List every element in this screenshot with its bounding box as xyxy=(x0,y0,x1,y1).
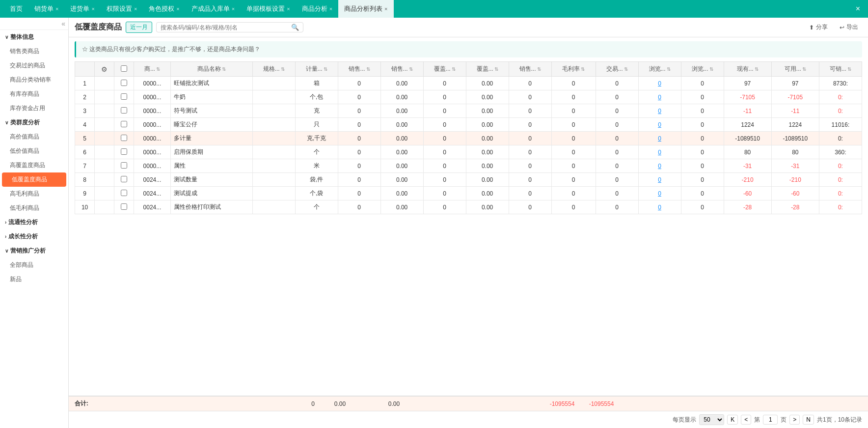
nav-close-role[interactable]: × xyxy=(176,6,179,12)
sidebar-item-low-margin[interactable]: 低毛利商品 xyxy=(0,201,68,215)
th-spec[interactable]: 规格...⇅ xyxy=(252,62,295,77)
share-button[interactable]: ⬆ 分享 xyxy=(805,22,832,32)
nav-close-sales[interactable]: × xyxy=(55,6,58,12)
th-cov2[interactable]: 覆盖...⇅ xyxy=(466,62,509,77)
sidebar-section-growth[interactable]: › 成长性分析 xyxy=(0,229,68,244)
browse1-link[interactable]: 0 xyxy=(658,204,661,211)
page-input[interactable] xyxy=(763,415,778,425)
cell-browse1[interactable]: 0 xyxy=(638,173,681,187)
th-sales-qty[interactable]: 销售...⇅ xyxy=(338,62,380,77)
th-trade[interactable]: 交易...⇅ xyxy=(596,62,638,77)
nav-close-analysis-list[interactable]: × xyxy=(384,6,387,12)
last-page-button[interactable]: N xyxy=(803,415,814,425)
sidebar-item-high-coverage[interactable]: 高覆盖度商品 xyxy=(0,158,68,172)
select-all-checkbox[interactable] xyxy=(121,65,127,72)
nav-item-analysis[interactable]: 商品分析 × xyxy=(296,0,338,18)
browse1-link[interactable]: 0 xyxy=(658,163,661,170)
browse1-link[interactable]: 0 xyxy=(658,80,661,87)
cell-browse1[interactable]: 0 xyxy=(638,104,681,118)
th-available[interactable]: 可用...⇅ xyxy=(771,62,819,77)
cell-browse1[interactable]: 0 xyxy=(638,145,681,159)
sidebar-item-stock-capital[interactable]: 库存资金占用 xyxy=(0,101,68,115)
row-checkbox[interactable] xyxy=(121,93,127,100)
sidebar-item-new-products[interactable]: 新品 xyxy=(0,272,68,286)
sidebar-item-sales-products[interactable]: 销售类商品 xyxy=(0,44,68,58)
first-page-button[interactable]: K xyxy=(727,415,738,425)
nav-item-role[interactable]: 角色授权 × xyxy=(143,0,185,18)
cell-browse1[interactable]: 0 xyxy=(638,132,681,145)
th-gross[interactable]: 毛利率⇅ xyxy=(551,62,596,77)
row-checkbox[interactable] xyxy=(121,176,127,182)
cell-unit: 个,袋 xyxy=(295,187,338,200)
sidebar-item-in-stock[interactable]: 有库存商品 xyxy=(0,87,68,101)
sidebar-item-high-value[interactable]: 高价值商品 xyxy=(0,130,68,144)
cell-browse1[interactable]: 0 xyxy=(638,90,681,104)
sidebar-item-all-products[interactable]: 全部商品 xyxy=(0,258,68,272)
th-settings[interactable]: ⚙ xyxy=(95,62,114,77)
row-checkbox[interactable] xyxy=(121,80,127,86)
cell-gross: 0 xyxy=(551,77,596,90)
page-size-select[interactable]: 50 100 200 xyxy=(699,414,724,425)
th-sales-amt[interactable]: 销售...⇅ xyxy=(380,62,423,77)
browse1-link[interactable]: 0 xyxy=(658,135,661,142)
sidebar-collapse-button[interactable]: « xyxy=(0,18,68,30)
prev-page-button[interactable]: < xyxy=(741,415,751,425)
nav-item-analysis-list[interactable]: 商品分析列表 × xyxy=(338,0,393,18)
time-filter-button[interactable]: 近一月 xyxy=(126,22,152,33)
nav-close-purchase[interactable]: × xyxy=(91,6,94,12)
nav-item-template[interactable]: 单据模板设置 × xyxy=(241,0,296,18)
cell-name: 测试提成 xyxy=(171,187,252,200)
browse1-link[interactable]: 0 xyxy=(658,149,661,156)
nav-close-analysis[interactable]: × xyxy=(329,6,332,12)
close-all-button[interactable]: × xyxy=(852,4,864,13)
row-checkbox[interactable] xyxy=(121,203,127,210)
browse1-link[interactable]: 0 xyxy=(658,121,661,128)
th-code[interactable]: 商...⇅ xyxy=(134,62,171,77)
settings-icon[interactable]: ⚙ xyxy=(101,65,108,73)
cell-browse1[interactable]: 0 xyxy=(638,200,681,214)
export-button[interactable]: ↩ 导出 xyxy=(836,22,862,32)
row-checkbox[interactable] xyxy=(121,107,127,114)
th-cov1[interactable]: 覆盖...⇅ xyxy=(423,62,466,77)
nav-item-home[interactable]: 首页 xyxy=(4,0,28,18)
th-browse2[interactable]: 浏览...⇅ xyxy=(681,62,724,77)
nav-close-template[interactable]: × xyxy=(287,6,290,12)
browse1-link[interactable]: 0 xyxy=(658,108,661,114)
row-checkbox[interactable] xyxy=(121,190,127,196)
nav-item-purchase[interactable]: 进货单 × xyxy=(64,0,100,18)
nav-close-product[interactable]: × xyxy=(232,6,235,12)
nav-item-permission[interactable]: 权限设置 × xyxy=(101,0,143,18)
sidebar-item-low-coverage[interactable]: 低覆盖度商品 xyxy=(2,172,66,187)
sidebar-item-low-value[interactable]: 低价值商品 xyxy=(0,144,68,158)
th-name[interactable]: 商品名称⇅ xyxy=(171,62,252,77)
sidebar-item-category-rate[interactable]: 商品分类动销率 xyxy=(0,73,68,87)
search-icon[interactable]: 🔍 xyxy=(291,24,299,31)
row-checkbox[interactable] xyxy=(121,135,127,141)
browse1-link[interactable]: 0 xyxy=(658,190,661,197)
row-checkbox[interactable] xyxy=(121,121,127,127)
th-browse1[interactable]: 浏览...⇅ xyxy=(638,62,681,77)
sidebar-section-coverage[interactable]: ∨ 类群度分析 xyxy=(0,115,68,130)
nav-close-permission[interactable]: × xyxy=(134,6,137,12)
th-unit[interactable]: 计量...⇅ xyxy=(295,62,338,77)
th-sellable[interactable]: 可销...⇅ xyxy=(819,62,862,77)
next-page-button[interactable]: > xyxy=(789,415,800,425)
cell-browse1[interactable]: 0 xyxy=(638,118,681,132)
th-current[interactable]: 现有...⇅ xyxy=(724,62,771,77)
nav-item-product[interactable]: 产成品入库单 × xyxy=(186,0,241,18)
th-sales3[interactable]: 销售...⇅ xyxy=(509,62,551,77)
sidebar-section-overall[interactable]: ∨ 整体信息 xyxy=(0,30,68,44)
sidebar-section-marketing[interactable]: ∨ 营销推广分析 xyxy=(0,244,68,258)
sidebar-section-flow[interactable]: › 流通性分析 xyxy=(0,215,68,229)
search-input[interactable] xyxy=(161,24,291,31)
sidebar-item-high-margin[interactable]: 高毛利商品 xyxy=(0,187,68,201)
cell-browse1[interactable]: 0 xyxy=(638,159,681,173)
row-checkbox[interactable] xyxy=(121,162,127,169)
cell-browse1[interactable]: 0 xyxy=(638,187,681,200)
sidebar-item-traded-products[interactable]: 交易过的商品 xyxy=(0,58,68,73)
row-checkbox[interactable] xyxy=(121,148,127,155)
nav-item-sales[interactable]: 销货单 × xyxy=(28,0,64,18)
browse1-link[interactable]: 0 xyxy=(658,94,661,101)
browse1-link[interactable]: 0 xyxy=(658,176,661,183)
cell-browse1[interactable]: 0 xyxy=(638,77,681,90)
